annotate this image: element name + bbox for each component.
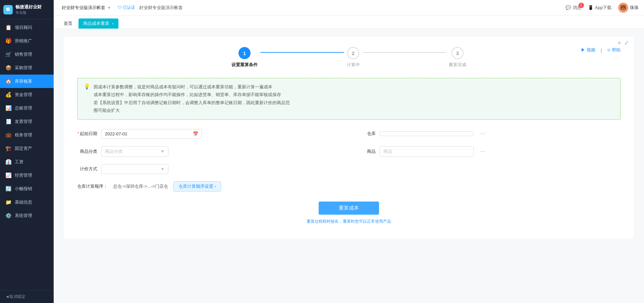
recalculate-button[interactable]: 重算成本: [319, 202, 379, 215]
category-select[interactable]: 商品分类 ▼: [101, 146, 168, 157]
account-selector[interactable]: 好业财专业版演示帐套 ▼: [59, 3, 114, 12]
product-field: 商品 商品 ···: [356, 146, 621, 157]
sidebar-item-inventory[interactable]: 🏠库存核算: [0, 75, 54, 88]
tabbar: 首页商品成本重算×: [54, 15, 644, 29]
app-logo: 畅: [3, 5, 13, 14]
help-separator: |: [601, 48, 602, 53]
sidebar-item-tax[interactable]: 💼税务管理: [0, 128, 54, 142]
topbar: 好业财专业版演示帐套 ▼ 🛡 已认证 好业财专业版演示帐套 💬 消息 1 📱 A…: [54, 0, 644, 15]
sidebar-item-marketing[interactable]: 🎁营销推广: [0, 34, 54, 48]
step-1: 2 计算中: [347, 47, 360, 68]
pricing-select[interactable]: ▼: [101, 164, 168, 174]
purchase-icon: 📦: [5, 65, 11, 71]
inventory-icon: 🏠: [5, 78, 11, 84]
category-chevron-icon: ▼: [160, 149, 165, 154]
start-date-input[interactable]: 2022-07-01 📅: [101, 129, 202, 139]
step-circle-2: 3: [451, 47, 464, 59]
close-window-button[interactable]: ×: [618, 40, 621, 46]
tab-recalc[interactable]: 商品成本重算×: [78, 18, 118, 29]
video-help-link[interactable]: ▶ 视频: [581, 47, 595, 53]
topbar-right: 💬 消息 1 📱 App下载 🐻 珠珠: [566, 3, 639, 13]
sidebar-item-label: 总账管理: [15, 105, 32, 111]
account-select-name: 好业财专业版演示帐套: [62, 5, 105, 11]
step-0: 1 设置重算条件: [231, 47, 258, 68]
product-more-button[interactable]: ···: [480, 148, 485, 155]
sidebar-item-project[interactable]: 📋项目顾问: [0, 21, 54, 34]
pricing-field: 计价方式 ▼: [77, 164, 342, 174]
sidebar-item-label: 资金管理: [15, 92, 32, 98]
step-circle-1: 2: [347, 47, 359, 59]
recalc-hint: 重算过程耗时较长，重算时您可以正常使用产品: [77, 219, 621, 224]
sidebar-item-payroll[interactable]: 👔工资: [0, 155, 54, 169]
sidebar-item-sales[interactable]: 🛒销售管理: [0, 48, 54, 61]
recalc-btn-label: 重算成本: [339, 205, 359, 211]
start-date-field: *起始日期 2022-07-01 📅: [77, 129, 342, 139]
app-download-button[interactable]: 📱 App下载: [588, 5, 611, 11]
warehouse-input[interactable]: [380, 131, 474, 136]
message-button[interactable]: 💬 消息 1: [566, 5, 581, 11]
warehouse-order-settings-button[interactable]: 仓库计算顺序设置 ›: [173, 181, 221, 191]
assets-icon: 🏗️: [5, 145, 11, 152]
operations-icon: 📈: [5, 172, 11, 178]
sidebar-item-assets[interactable]: 🏗️固定资产: [0, 142, 54, 155]
mobile-icon: 📱: [588, 5, 593, 10]
unpin-label: ◄取消固定: [5, 294, 25, 300]
sidebar-item-basic[interactable]: 📁基础信息: [0, 196, 54, 209]
sidebar-header: 畅 畅捷通好业财 专业版: [0, 0, 54, 19]
required-star: *: [77, 131, 79, 136]
app-edition: 专业版: [15, 10, 42, 15]
sidebar-item-label: 系统管理: [15, 213, 32, 219]
warehouse-order-row: 仓库计算顺序： 总仓->深圳仓库->...->门店仓 仓库计算顺序设置 ›: [77, 181, 621, 191]
marketing-icon: 🎁: [5, 38, 11, 44]
step-label-1: 计算中: [347, 62, 360, 68]
account-chevron-icon: ▼: [107, 6, 111, 10]
sidebar-item-label: 营销推广: [15, 38, 32, 44]
info-text: 因成本计算参数调整，或是对商品成本有疑问时，可以通过成本重算功能，重新计算一遍成…: [94, 83, 290, 115]
sidebar-item-expense[interactable]: 🔄小畅报销: [0, 182, 54, 196]
message-icon: 💬: [566, 5, 571, 10]
user-profile[interactable]: 🐻 珠珠: [618, 3, 639, 13]
avatar: 🐻: [618, 3, 628, 13]
warehouse-order-btn-label: 仓库计算顺序设置 ›: [178, 183, 216, 189]
category-label: 商品分类: [77, 148, 97, 155]
sidebar-item-system[interactable]: ⚙️系统管理: [0, 209, 54, 222]
invoice-icon: 🧾: [5, 119, 11, 125]
sidebar-nav: 📋项目顾问🎁营销推广🛒销售管理📦采购管理🏠库存核算💰资金管理📊总账管理🧾发票管理…: [0, 19, 54, 290]
sidebar-footer-unpin[interactable]: ◄取消固定: [0, 290, 54, 303]
tab-home[interactable]: 首页: [59, 18, 77, 29]
info-line: 若【系统设置】中启用了自动调整记账日期时，会调整入库单的整单记账日期，因此重新计…: [94, 99, 290, 106]
warehouse-more-button[interactable]: ···: [480, 131, 485, 137]
verified-label: 已认证: [123, 5, 135, 10]
tab-label-recalc: 商品成本重算: [83, 20, 109, 27]
product-placeholder: 商品: [383, 148, 392, 155]
start-date-value: 2022-07-01: [105, 131, 127, 136]
sidebar-item-operations[interactable]: 📈经营管理: [0, 169, 54, 182]
calendar-icon[interactable]: 📅: [193, 131, 198, 136]
project-icon: 📋: [5, 25, 11, 31]
sidebar-item-finance[interactable]: 💰资金管理: [0, 88, 54, 101]
tab-close-recalc[interactable]: ×: [112, 21, 114, 26]
sidebar-item-purchase[interactable]: 📦采购管理: [0, 61, 54, 75]
sidebar-item-accounting[interactable]: 📊总账管理: [0, 101, 54, 115]
user-name: 珠珠: [630, 5, 639, 11]
expand-window-button[interactable]: ⤢: [624, 40, 629, 46]
sidebar-item-invoice[interactable]: 🧾发票管理: [0, 115, 54, 128]
sidebar-item-label: 基础信息: [15, 199, 32, 205]
step-connector-1: [363, 52, 446, 53]
sidebar-item-label: 经营管理: [15, 172, 32, 178]
product-input[interactable]: 商品: [380, 146, 474, 157]
content-card: × ⤢ ▶ 视频 | ⊙ 帮助 1 设置重算条件 2 计算中 3 重算完成 💡 …: [64, 37, 634, 239]
product-label: 商品: [356, 148, 376, 155]
step-connector-0: [260, 52, 344, 53]
help-link[interactable]: ⊙ 帮助: [607, 47, 621, 53]
warehouse-label: 仓库: [356, 131, 376, 137]
info-icon: 💡: [84, 83, 90, 90]
shield-icon: 🛡: [118, 5, 122, 10]
form-row-1: *起始日期 2022-07-01 📅 仓库 ···: [77, 129, 621, 139]
info-line: 成本重算过程中，影响库存账的操作均不能操作，比如进货单、销货单、库存单据不能审核…: [94, 91, 290, 98]
category-placeholder: 商品分类: [105, 148, 122, 155]
info-line: 因成本计算参数调整，或是对商品成本有疑问时，可以通过成本重算功能，重新计算一遍成…: [94, 83, 290, 91]
system-icon: ⚙️: [5, 213, 11, 219]
info-line: 围可能会扩大: [94, 106, 290, 114]
sidebar-item-label: 工资: [15, 159, 23, 165]
